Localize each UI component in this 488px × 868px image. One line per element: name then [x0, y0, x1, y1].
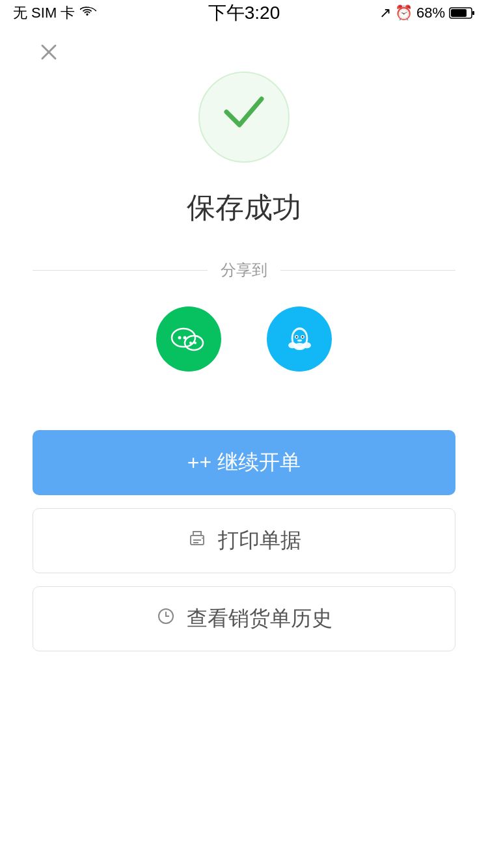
svg-point-9: [189, 342, 192, 344]
svg-point-24: [202, 537, 203, 539]
share-label: 分享到: [221, 260, 267, 280]
print-label: 打印单据: [218, 526, 301, 555]
continue-order-button[interactable]: + + 继续开单: [33, 430, 455, 495]
history-button[interactable]: 查看销货单历史: [33, 586, 455, 651]
history-icon: [156, 606, 176, 632]
location-icon: ↗: [379, 5, 391, 21]
print-icon: [187, 528, 208, 554]
wifi-icon: [80, 5, 97, 21]
svg-point-17: [297, 339, 301, 342]
share-icons: [33, 306, 455, 372]
status-left: 无 SIM 卡: [13, 3, 97, 23]
wechat-share-button[interactable]: [156, 306, 221, 372]
svg-point-20: [293, 343, 305, 350]
divider-row: 分享到: [33, 260, 455, 280]
battery-icon: [449, 7, 475, 20]
buttons-section: + + 继续开单 打印单据 查看销货单: [0, 411, 488, 664]
svg-rect-23: [193, 542, 198, 543]
battery-percent: 68%: [416, 5, 445, 21]
checkmark-icon: [221, 92, 267, 139]
continue-order-label: + 继续开单: [200, 448, 301, 477]
svg-point-16: [301, 336, 303, 338]
qq-share-button[interactable]: [267, 306, 332, 372]
status-bar: 无 SIM 卡 下午3:20 ↗ ⏰ 68%: [0, 0, 488, 26]
print-button[interactable]: 打印单据: [33, 508, 455, 573]
svg-point-10: [194, 342, 197, 344]
close-button[interactable]: [33, 36, 65, 68]
status-time: 下午3:20: [208, 1, 280, 25]
divider-left: [33, 270, 208, 271]
no-sim-text: 无 SIM 卡: [13, 3, 75, 23]
svg-rect-22: [193, 539, 201, 541]
svg-point-6: [178, 336, 182, 340]
status-right: ↗ ⏰ 68%: [379, 5, 475, 21]
plus-icon: +: [187, 451, 200, 475]
history-label: 查看销货单历史: [187, 604, 332, 633]
svg-rect-1: [451, 9, 467, 17]
success-circle: [198, 72, 290, 163]
main-content: 保存成功 分享到: [0, 26, 488, 664]
share-section: 分享到: [0, 260, 488, 385]
alarm-icon: ⏰: [395, 5, 413, 21]
divider-right: [280, 270, 455, 271]
success-title: 保存成功: [187, 189, 301, 227]
svg-rect-2: [472, 11, 474, 15]
svg-point-15: [295, 336, 297, 338]
